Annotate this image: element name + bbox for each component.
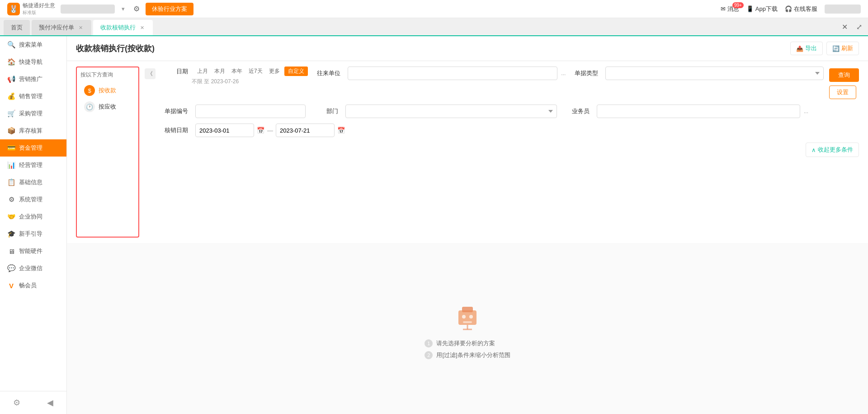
app-download-button[interactable]: 📱 App下载 bbox=[746, 5, 778, 13]
query-by-receivable[interactable]: 🕐 按应收 bbox=[80, 99, 135, 115]
docnum-input[interactable] bbox=[195, 105, 306, 118]
vip-label: 畅会员 bbox=[19, 281, 37, 290]
counterpart-input-wrap: ... bbox=[348, 67, 566, 80]
by-receivable-label: 按应收 bbox=[99, 103, 116, 111]
filter-row-docnum: 单据编号 bbox=[161, 105, 306, 118]
date-shortcuts: 上月 本月 本年 近7天 更多 自定义 bbox=[195, 67, 308, 76]
content-area: 收款核销执行(按收款) 📤 导出 🔄 刷新 bbox=[67, 36, 868, 414]
sidebar-item-search-menu[interactable]: 🔍 搜索菜单 bbox=[0, 36, 66, 53]
verify-date-end-cal-icon[interactable]: 📅 bbox=[337, 127, 345, 134]
date-shortcut-custom[interactable]: 自定义 bbox=[284, 67, 308, 76]
sidebar-item-quick-nav[interactable]: 🏠 快捷导航 bbox=[0, 53, 66, 71]
counterpart-input[interactable] bbox=[348, 67, 558, 80]
user-avatar[interactable] bbox=[825, 5, 861, 14]
top-header: 🐰 畅捷通好生意 标准版 ▾ ⚙ 休验行业方案 ✉ 消息 99+ 📱 App下载… bbox=[0, 0, 868, 18]
gear-icon[interactable]: ⚙ bbox=[131, 4, 142, 14]
tab-close-all-icon[interactable]: ✕ bbox=[839, 21, 850, 32]
sidebar-item-enterprise-wechat[interactable]: 💬 企业微信 bbox=[0, 260, 66, 277]
tip-num-1: 1 bbox=[425, 339, 433, 347]
doctype-select[interactable] bbox=[605, 67, 824, 80]
system-mgmt-label: 系统管理 bbox=[19, 195, 42, 204]
sidebar-item-smart-hardware[interactable]: 🖥 智能硬件 bbox=[0, 243, 66, 260]
empty-state-icon bbox=[449, 298, 486, 334]
staff-more-icon[interactable]: ... bbox=[804, 108, 808, 114]
docnum-input-wrap bbox=[195, 105, 306, 118]
message-button[interactable]: ✉ 消息 99+ bbox=[721, 5, 739, 13]
capital-mgmt-icon: 💳 bbox=[7, 144, 15, 152]
dept-select[interactable] bbox=[345, 105, 557, 118]
dept-label: 部门 bbox=[311, 107, 338, 115]
tab-home[interactable]: 首页 bbox=[4, 20, 30, 35]
message-icon: ✉ bbox=[721, 5, 726, 12]
logo-area: 🐰 畅捷通好生意 标准版 bbox=[7, 2, 55, 16]
verify-date-start-input[interactable]: 2023-03-01 bbox=[195, 124, 254, 137]
sidebar-item-capital-mgmt[interactable]: 💳 资金管理 bbox=[0, 139, 66, 157]
purchase-mgmt-icon: 🛒 bbox=[7, 109, 15, 118]
filter-right: 日期 上月 本月 本年 近7天 更多 自定义 bbox=[161, 67, 859, 238]
sidebar-item-sales-mgmt[interactable]: 💰 销售管理 bbox=[0, 88, 66, 105]
doctype-select-wrap bbox=[605, 67, 824, 80]
verify-date-input-wrap: 2023-03-01 📅 — 2023-07-21 📅 bbox=[195, 124, 345, 137]
refresh-button[interactable]: 🔄 刷新 bbox=[826, 42, 859, 55]
tab-bar-right: ✕ ⤢ bbox=[839, 21, 864, 32]
collapse-more-button[interactable]: ∧ 收起更多条件 bbox=[806, 143, 859, 157]
staff-input[interactable] bbox=[597, 105, 800, 118]
empty-tips: 1 请先选择要分析的方案 2 用[过滤]条件来缩小分析范围 bbox=[425, 339, 510, 359]
collapse-panel-button[interactable]: 《 bbox=[145, 68, 156, 79]
search-menu-label: 搜索菜单 bbox=[19, 41, 42, 49]
verify-date-end-input[interactable]: 2023-07-21 bbox=[276, 124, 335, 137]
tab-prepay-close[interactable]: ✕ bbox=[77, 24, 84, 31]
logo-sub: 标准版 bbox=[23, 10, 55, 16]
industry-button[interactable]: 休验行业方案 bbox=[146, 3, 193, 15]
counterpart-more-icon[interactable]: ... bbox=[561, 70, 566, 76]
logo-icon: 🐰 bbox=[7, 3, 20, 15]
query-button[interactable]: 查询 bbox=[829, 68, 859, 82]
query-actions: 查询 设置 bbox=[829, 67, 859, 99]
tab-prepay[interactable]: 预付冲应付单 ✕ bbox=[32, 20, 91, 35]
inventory-label: 库存核算 bbox=[19, 127, 42, 135]
date-shortcut-more[interactable]: 更多 bbox=[267, 67, 282, 76]
tab-expand-icon[interactable]: ⤢ bbox=[854, 21, 864, 32]
sidebar-item-marketing[interactable]: 📢 营销推广 bbox=[0, 71, 66, 88]
filter-row-verify-date: 核销日期 2023-03-01 📅 — 2023-07-21 📅 bbox=[161, 124, 345, 137]
filter-row-date: 日期 上月 本月 本年 近7天 更多 自定义 bbox=[161, 67, 308, 76]
tab-receipt-verify-close[interactable]: ✕ bbox=[138, 24, 146, 31]
sidebar-item-system-mgmt[interactable]: ⚙ 系统管理 bbox=[0, 191, 66, 208]
date-shortcut-last-month[interactable]: 上月 bbox=[195, 67, 210, 76]
quick-nav-icon: 🏠 bbox=[7, 58, 15, 66]
empty-tip-1: 1 请先选择要分析的方案 bbox=[425, 339, 510, 347]
online-service-button[interactable]: 🎧 在线客服 bbox=[785, 5, 817, 13]
refresh-label: 刷新 bbox=[841, 44, 853, 52]
filter-row-end: ∧ 收起更多条件 bbox=[161, 143, 859, 157]
staff-input-wrap: ... bbox=[597, 105, 808, 118]
sidebar-settings-icon[interactable]: ⚙ bbox=[10, 395, 23, 410]
verify-date-start-cal-icon[interactable]: 📅 bbox=[257, 127, 264, 134]
export-button[interactable]: 📤 导出 bbox=[790, 42, 823, 55]
sidebar-item-biz-mgmt[interactable]: 📊 经营管理 bbox=[0, 157, 66, 174]
tip-num-2: 2 bbox=[425, 351, 433, 359]
sidebar-collapse-icon[interactable]: ◀ bbox=[44, 395, 56, 410]
sidebar-item-enterprise[interactable]: 🤝 企业协同 bbox=[0, 208, 66, 225]
tab-receipt-verify[interactable]: 收款核销执行 ✕ bbox=[93, 20, 153, 35]
refresh-icon: 🔄 bbox=[832, 45, 840, 52]
collapse-more-label: 收起更多条件 bbox=[818, 146, 853, 154]
query-by-receipt[interactable]: $ 按收款 bbox=[80, 82, 135, 99]
sidebar-item-vip[interactable]: V 畅会员 bbox=[0, 277, 66, 294]
sidebar-item-beginner[interactable]: 🎓 新手引导 bbox=[0, 225, 66, 243]
sidebar-item-basic-info[interactable]: 📋 基础信息 bbox=[0, 174, 66, 191]
svg-point-3 bbox=[469, 315, 473, 319]
staff-label: 业务员 bbox=[562, 107, 590, 115]
inventory-icon: 📦 bbox=[7, 127, 15, 135]
header-center: ▾ ⚙ 休验行业方案 bbox=[61, 3, 721, 15]
date-shortcut-7days[interactable]: 近7天 bbox=[247, 67, 264, 76]
setting-button[interactable]: 设置 bbox=[829, 86, 856, 99]
date-shortcut-this-month[interactable]: 本月 bbox=[212, 67, 227, 76]
dropdown-icon[interactable]: ▾ bbox=[118, 5, 127, 14]
sidebar-item-purchase-mgmt[interactable]: 🛒 采购管理 bbox=[0, 105, 66, 122]
sidebar-item-inventory[interactable]: 📦 库存核算 bbox=[0, 122, 66, 139]
docnum-label: 单据编号 bbox=[161, 107, 188, 115]
date-shortcut-this-year[interactable]: 本年 bbox=[230, 67, 244, 76]
collapse-more-char: ∧ bbox=[811, 147, 816, 153]
doctype-label: 单据类型 bbox=[571, 69, 598, 77]
quick-nav-label: 快捷导航 bbox=[19, 58, 42, 66]
